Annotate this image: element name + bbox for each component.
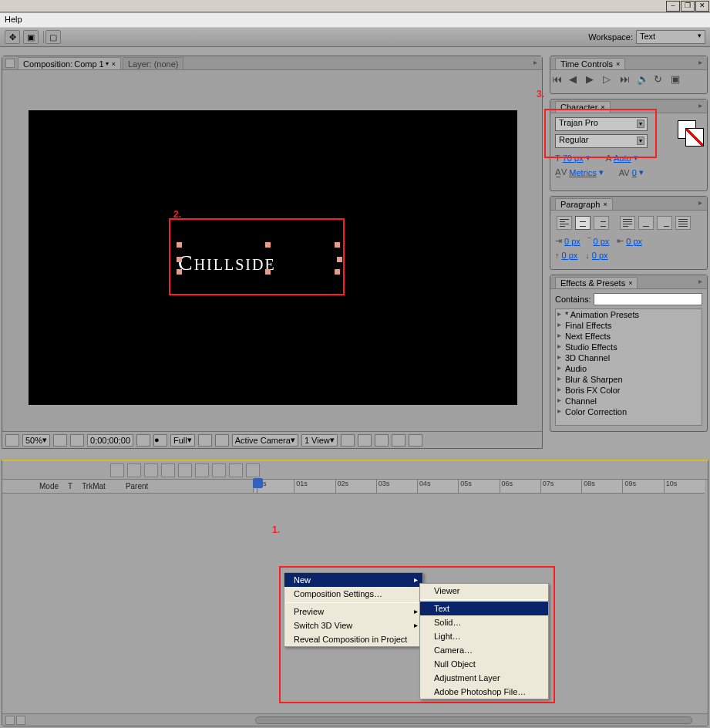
close-button[interactable]: ✕ — [695, 1, 709, 12]
effects-category-item[interactable]: Studio Effects — [556, 342, 702, 352]
status-icon[interactable] — [375, 434, 389, 447]
status-icon[interactable] — [70, 434, 84, 447]
status-icon[interactable] — [409, 434, 422, 447]
tab-close-icon[interactable]: × — [603, 201, 607, 208]
justify-right-icon[interactable] — [657, 216, 672, 230]
effects-category-item[interactable]: * Animation Presets — [556, 309, 702, 320]
align-right-icon[interactable] — [594, 216, 609, 230]
leading-field[interactable]: A Auto ▾ — [606, 153, 638, 163]
tab-close-icon[interactable]: × — [601, 103, 604, 111]
next-frame-icon[interactable]: ▷ — [603, 73, 614, 84]
effects-search-input[interactable] — [594, 293, 702, 305]
col-parent[interactable]: Parent — [126, 482, 148, 490]
tool-icon[interactable]: ▣ — [23, 30, 39, 44]
font-size-field[interactable]: T 70 px ▾ — [555, 153, 591, 163]
menu-item[interactable]: Adobe Photoshop File… — [420, 685, 548, 699]
timeline-ruler[interactable]: 00s01s02s03s04s05s06s07s08s09s10s — [253, 480, 705, 494]
effects-category-item[interactable]: Audio — [556, 363, 702, 374]
col-mode[interactable]: Mode — [39, 482, 59, 490]
tab-paragraph[interactable]: Paragraph × — [555, 198, 613, 210]
timeline-zoom-scrollbar[interactable] — [255, 716, 692, 724]
resolution-dropdown[interactable]: Full ▾ — [170, 434, 195, 447]
tool-icon[interactable]: ▢ — [45, 30, 61, 44]
menu-help[interactable]: Help — [5, 15, 22, 24]
tab-layer[interactable]: Layer: (none) — [123, 57, 183, 69]
transform-handle[interactable] — [265, 242, 271, 248]
menu-item[interactable]: Composition Settings… — [284, 587, 422, 601]
transform-handle[interactable] — [177, 257, 182, 262]
zoom-dropdown[interactable]: 50% ▾ — [22, 434, 50, 447]
col-t[interactable]: T — [68, 482, 72, 490]
timeline-tool-icon[interactable] — [229, 463, 243, 477]
menu-bar[interactable]: Help — [0, 13, 710, 27]
menu-item[interactable]: Camera… — [420, 643, 548, 657]
menu-item[interactable]: Reveal Composition in Project — [284, 632, 422, 646]
play-icon[interactable]: ▶ — [586, 73, 597, 84]
status-icon[interactable] — [392, 434, 405, 447]
effects-category-item[interactable]: 3D Channel — [556, 352, 702, 363]
timecode-field[interactable]: 0;00;00;00 — [87, 434, 133, 447]
timeline-tool-icon[interactable] — [110, 463, 124, 477]
camera-dropdown[interactable]: Active Camera ▾ — [232, 434, 298, 447]
effects-category-item[interactable]: Color Correction — [556, 406, 702, 417]
first-frame-icon[interactable]: ⏮ — [552, 73, 563, 84]
effects-category-item[interactable]: Final Effects — [556, 320, 702, 331]
timeline-tool-icon[interactable] — [178, 463, 192, 477]
transform-handle[interactable] — [335, 242, 340, 248]
status-icon[interactable] — [215, 434, 229, 447]
audio-icon[interactable]: 🔈 — [637, 73, 648, 84]
color-swatch[interactable] — [675, 117, 704, 150]
timeline-tool-icon[interactable] — [195, 463, 209, 477]
last-frame-icon[interactable]: ⏭ — [620, 73, 631, 84]
font-style-dropdown[interactable]: Regular — [555, 134, 648, 148]
tab-character[interactable]: Character × — [555, 101, 611, 113]
align-center-icon[interactable] — [575, 216, 591, 230]
status-icon[interactable]: ● — [153, 434, 167, 447]
justify-all-icon[interactable] — [675, 216, 691, 230]
text-layer-chillside[interactable]: Chillside — [178, 251, 276, 275]
menu-item[interactable]: Switch 3D View — [284, 618, 422, 632]
justify-center-icon[interactable] — [638, 216, 654, 230]
workspace-dropdown[interactable]: Text — [636, 30, 705, 44]
status-icon[interactable] — [358, 434, 372, 447]
font-family-dropdown[interactable]: Trajan Pro — [555, 117, 648, 131]
stroke-color-icon[interactable] — [685, 128, 704, 147]
menu-item[interactable]: New — [284, 573, 422, 587]
panel-square-icon[interactable] — [5, 59, 15, 68]
menu-item[interactable]: Null Object — [420, 657, 548, 671]
menu-item[interactable]: Adjustment Layer — [420, 671, 548, 685]
views-dropdown[interactable]: 1 View ▾ — [301, 434, 338, 447]
menu-item[interactable]: Preview — [284, 605, 422, 618]
status-icon[interactable] — [198, 434, 212, 447]
menu-item[interactable]: Solid… — [420, 615, 548, 629]
status-icon[interactable] — [53, 434, 67, 447]
tab-effects-presets[interactable]: Effects & Presets × — [555, 277, 638, 288]
space-before-field[interactable]: ↑0 px — [555, 251, 577, 260]
tool-icon[interactable]: ✥ — [5, 30, 20, 44]
timeline-tool-icon[interactable] — [246, 463, 260, 477]
transform-handle[interactable] — [335, 269, 340, 275]
tab-time-controls[interactable]: Time Controls × — [555, 58, 625, 69]
tab-composition[interactable]: Composition: Comp 1 ▾ × — [18, 57, 121, 69]
indent-right-field[interactable]: ⇤0 px — [617, 236, 642, 246]
tab-dropdown-icon[interactable]: ▾ — [106, 60, 109, 67]
space-after-field[interactable]: ↓0 px — [585, 251, 607, 260]
transform-handle[interactable] — [265, 269, 271, 275]
effects-category-item[interactable]: Next Effects — [556, 331, 702, 342]
effects-category-item[interactable]: Channel — [556, 396, 702, 406]
tab-close-icon[interactable]: × — [628, 279, 632, 287]
status-icon[interactable] — [136, 434, 150, 447]
justify-left-icon[interactable] — [620, 216, 635, 230]
indent-firstline-field[interactable]: ‾0 px — [588, 236, 609, 246]
kerning-field[interactable]: A̲V Metrics ▾ — [555, 167, 604, 177]
timeline-tool-icon[interactable] — [161, 463, 175, 477]
transform-handle[interactable] — [177, 269, 182, 275]
prev-frame-icon[interactable]: ◀ — [569, 73, 580, 84]
menu-item[interactable]: Light… — [420, 629, 548, 643]
status-icon[interactable] — [341, 434, 355, 447]
timeline-switch-icon[interactable] — [16, 716, 25, 725]
col-trkmat[interactable]: TrkMat — [82, 482, 106, 490]
tab-close-icon[interactable]: × — [112, 60, 116, 68]
menu-item[interactable]: Text — [420, 602, 548, 615]
indent-left-field[interactable]: ⇥0 px — [555, 236, 580, 246]
